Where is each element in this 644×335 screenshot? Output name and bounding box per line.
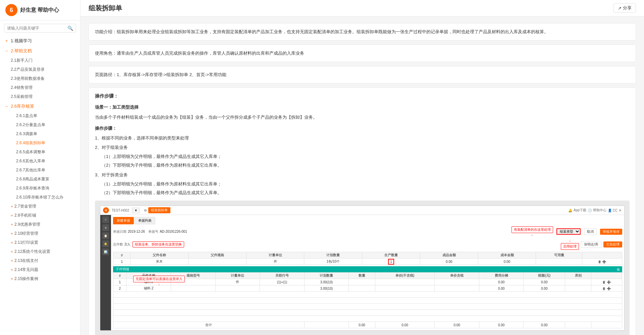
app-topbar-icons: 🔔 App下载 🕐 帮助中心 👤 CC ✕ (568, 208, 622, 213)
sidebar-item-210[interactable]: + 2.10经营管理 (0, 229, 80, 238)
save-audit-btn[interactable]: 审核并保存 (600, 229, 622, 235)
lcell-ops: 🗑 ➕ (591, 279, 622, 285)
share-button[interactable]: ↗ 分享 (613, 3, 636, 13)
expand-icon: + (11, 268, 13, 272)
app-topbar: 6 TEST-H002 ▼ ⚙ 组装拆卸单 🔔 App下载 🕐 (100, 206, 624, 215)
sidebar-item-label: 2.2产品安装及登录 (11, 67, 45, 72)
order-label: 单据号 (148, 229, 158, 234)
col-parent-spec: 父件规格 (189, 252, 247, 259)
sidebar-item-21[interactable]: 2.1新手入门 (0, 56, 80, 65)
footer-total-label: 合计 (113, 322, 305, 328)
sidebar-item-label: 2.6.9库存账本查询 (16, 185, 49, 191)
lcol-price-notax: 单价(不含税) (375, 273, 435, 279)
col-prod-qty: 生产数量 (362, 252, 420, 259)
sidebar-item-23[interactable]: 2.3使用前数据准备 (0, 74, 80, 83)
librarian-field: 张明志/库 (581, 241, 601, 248)
annotation-4: 无固定清单可以直接在这里录入 (133, 276, 185, 282)
lcell-warehouse (565, 285, 591, 292)
sidebar-item-261[interactable]: 2.6.1盘点单 (0, 111, 80, 120)
cell-plan: 1包/10个 (304, 259, 362, 265)
lcol-unit: 计量单位 (215, 273, 260, 279)
cancel-btn[interactable]: 取消 (584, 228, 597, 235)
steps-label: 操作步骤： (95, 124, 630, 132)
sidebar-item-264[interactable]: 2.6.4组装拆卸单 (0, 138, 80, 148)
footer-amt3: 0.00 (435, 322, 479, 328)
search-box[interactable]: 🔍 (4, 24, 76, 33)
sidebar-item-268[interactable]: 2.6.8商品成本重算 (0, 175, 80, 184)
step3-1: （1）上部明细为父件明细，最终作为原材料生成其它出库单； (95, 180, 630, 188)
sidebar-item-video[interactable]: + 1.视频学习 (0, 36, 80, 46)
lower-table: # 子件名称 规格型号 计量单位 关联行号 计划数量 数量 单价 (113, 272, 622, 328)
sidebar-item-28[interactable]: + 2.8手机旺铺 (0, 211, 80, 220)
sidebar-item-215[interactable]: + 2.15操作案例 (0, 274, 80, 283)
sidebar-item-29[interactable]: + 2.9优惠券管理 (0, 220, 80, 229)
sidebar-item-label: 2.6.7其他出库单 (16, 167, 45, 173)
form-tabs: 新建单据 单据列表 (113, 217, 622, 224)
table-row: 1 米木 件 1包/10个 1 0.0 (113, 259, 622, 265)
sidebar-item-262[interactable]: 2.6.2分量盘点单 (0, 120, 80, 129)
sidebar-item-25[interactable]: 2.5采购管理 (0, 92, 80, 101)
lcell-name: 辅料 2 (126, 285, 171, 292)
sidebar-item-label: 2.15操作案例 (14, 276, 38, 282)
lower-table-row (113, 292, 622, 298)
footer-warehouse (565, 322, 591, 328)
sidebar-item-269[interactable]: 2.6.9库存账本查询 (0, 184, 80, 193)
share-icon: ↗ (618, 6, 622, 11)
sidebar-item-label: 2.6.6其他入库单 (16, 158, 45, 164)
lcol-tax: 税额(元) (524, 273, 565, 279)
sidebar-icon-5: 📊 (102, 248, 109, 255)
tab-list[interactable]: 单据列表 (135, 217, 155, 224)
intro-box-2: 使用角色：通常由生产人员或库管人员完成拆装业务的操作，库管人员确认原材料的出库和… (89, 45, 636, 62)
sidebar-item-22[interactable]: 2.2产品安装及登录 (0, 65, 80, 74)
search-input[interactable] (7, 26, 67, 31)
sidebar-item-212[interactable]: + 2.12系统个性化设置 (0, 247, 80, 256)
app-new-order-btn[interactable]: 组装拆卸单 (148, 207, 170, 213)
confirm-btn[interactable]: 立实处理 (603, 241, 622, 247)
top-bar: 组装拆卸单 ↗ 分享 (80, 0, 644, 16)
footer-amt1: 0.00 (349, 322, 375, 328)
sidebar-item-27[interactable]: + 2.7资金管理 (0, 202, 80, 211)
sidebar-item-docs[interactable]: − 2.帮助文档 (0, 46, 80, 56)
lcell-ops: 🗑 ➕ (591, 285, 622, 292)
sidebar-item-label: 2.6.3调拨单 (16, 131, 37, 137)
col-prod-amount: 成品金额 (420, 252, 478, 259)
sidebar-item-213[interactable]: + 2.13在线支付 (0, 256, 80, 265)
cell-unit: 件 (246, 259, 304, 265)
sidebar-item-267[interactable]: 2.6.7其他出库单 (0, 166, 80, 175)
sidebar-icon-4: 🔔 (102, 240, 109, 247)
sidebar-item-214[interactable]: + 2.14常见问题 (0, 265, 80, 274)
lcell-tax: 0.00 (524, 285, 565, 292)
sidebar-item-2610[interactable]: 2.6.10库存账本错了怎么办 (0, 193, 80, 202)
sidebar-item-211[interactable]: + 2.11打印设置 (0, 238, 80, 247)
sidebar-item-label: 2.5采购管理 (11, 94, 33, 100)
app-nav-home: ⚙ (144, 209, 147, 212)
sidebar-item-label: 2.3使用前数据准备 (11, 76, 45, 81)
sidebar-item-263[interactable]: 2.6.3调拨单 (0, 129, 80, 138)
sidebar-item-24[interactable]: 2.4销售管理 (0, 83, 80, 92)
lcell-qty (349, 285, 375, 292)
intro-box-3: 页面路径：1、库存核算->库存管理->组装拆卸单 2、首页->常用功能 (89, 66, 636, 83)
search-button[interactable]: 🔍 (67, 25, 73, 31)
footer-ops (591, 322, 622, 328)
lcell-related: (1)+(1) (260, 279, 305, 285)
step3-2: （2）下部明细为子件明细，最终作为产成品生成其它入库单。 (95, 189, 630, 197)
sidebar-item-265[interactable]: 2.6.5成本调整单 (0, 148, 80, 157)
tab-new[interactable]: 新建单据 (113, 217, 134, 224)
lcell-index: 1 (113, 279, 126, 285)
expand-icon: + (11, 222, 13, 227)
sidebar-item-label: 2.4销售管理 (11, 85, 33, 91)
step2: 2、对于组装业务 (95, 144, 630, 151)
type-select[interactable]: 组装类型 拆卸类型 (556, 228, 581, 235)
sidebar-item-label: 2.7资金管理 (14, 204, 36, 209)
count-label: 总件数 (113, 242, 123, 247)
intro-box-1: 功能介绍：组装拆卸单用来处理企业组装或拆卸等加工业务，支持有固定装配清单的产品加… (89, 23, 636, 41)
lcell-unit: 件 (215, 279, 260, 285)
sidebar-item-label: 2.6库存核算 (11, 103, 34, 109)
lcol-plan-qty: 计划数量 (304, 273, 349, 279)
sidebar-item-266[interactable]: 2.6.6其他入库单 (0, 157, 80, 166)
sidebar-item-label: 1.视频学习 (11, 38, 32, 44)
col-plan-qty: 计划数量 (304, 252, 362, 259)
lcell-price-tax (435, 285, 479, 292)
sidebar-item-26[interactable]: − 2.6库存核算 (0, 101, 80, 111)
site-title: 好生意 帮助中心 (20, 7, 59, 14)
